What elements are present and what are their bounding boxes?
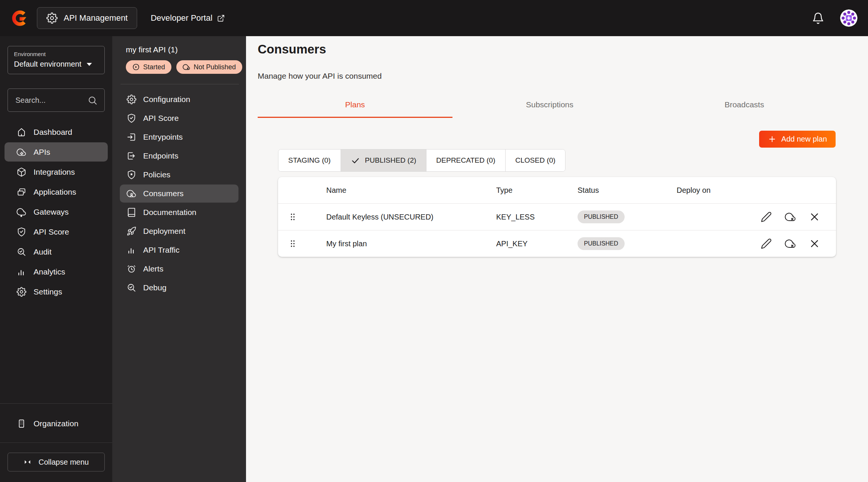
plan-name: My first plan (312, 239, 482, 248)
sidebar-item-apis[interactable]: APIs (5, 142, 108, 162)
main-content: Consumers Manage how your API is consume… (246, 36, 868, 482)
api-menu-label: Alerts (143, 264, 164, 273)
edit-pencil-icon[interactable] (761, 238, 772, 249)
api-menu-item-debug[interactable]: Debug (112, 278, 246, 297)
sidebar-nav: Dashboard APIs Integrations Applications… (0, 122, 112, 302)
api-menu-item-deployment[interactable]: Deployment (112, 222, 246, 241)
filter-deprecated[interactable]: DEPRECATED (0) (426, 149, 506, 171)
filter-closed[interactable]: CLOSED (0) (506, 149, 565, 171)
api-menu-label: Configuration (143, 95, 190, 104)
status-badge: PUBLISHED (578, 210, 625, 223)
sidebar-item-gateways[interactable]: Gateways (0, 202, 112, 222)
filter-label: CLOSED (0) (515, 156, 556, 165)
sidebar-item-label: Gateways (34, 207, 69, 217)
api-menu-item-api-traffic[interactable]: API Traffic (112, 241, 246, 259)
column-header-type: Type (482, 186, 563, 195)
divider (121, 84, 239, 84)
check-icon (351, 156, 360, 165)
table-row[interactable]: My first plan API_KEY PUBLISHED (278, 230, 836, 257)
drag-handle-icon[interactable] (288, 239, 298, 249)
search-input[interactable] (15, 96, 84, 105)
tab-broadcasts[interactable]: Broadcasts (647, 97, 842, 118)
sidebar-item-label: API Score (34, 227, 69, 236)
environment-selector[interactable]: Environment Default environment (8, 46, 105, 74)
sidebar-item-dashboard[interactable]: Dashboard (0, 122, 112, 142)
api-menu-item-api-score[interactable]: API Score (112, 109, 246, 128)
api-state-badge-not-published: Not Published (176, 60, 242, 74)
gravitee-logo[interactable] (11, 9, 28, 27)
tab-subscriptions[interactable]: Subscriptions (452, 97, 647, 118)
table-header: Name Type Status Deploy on (278, 177, 836, 203)
filter-label: DEPRECATED (0) (436, 156, 495, 165)
arrow-into-box-icon (127, 132, 136, 142)
sidebar-item-label: APIs (34, 148, 50, 157)
notifications-bell-icon[interactable] (812, 12, 824, 24)
consumers-tabs: Plans Subscriptions Broadcasts (258, 97, 842, 118)
cloud-gear-icon (17, 147, 26, 157)
alarm-clock-icon (127, 264, 136, 274)
sidebar-item-organization[interactable]: Organization (0, 413, 112, 433)
filter-label: PUBLISHED (2) (365, 156, 416, 165)
plan-status-filter-group: STAGING (0) PUBLISHED (2) DEPRECATED (0)… (278, 149, 565, 172)
divider (0, 442, 112, 443)
api-menu-item-entrypoints[interactable]: Entrypoints (112, 128, 246, 146)
shield-check-icon (17, 227, 26, 237)
api-menu-label: Deployment (143, 227, 185, 236)
app-switcher-button[interactable]: API Management (37, 7, 137, 29)
plan-type: API_KEY (482, 239, 563, 248)
sidebar-search[interactable] (8, 88, 105, 112)
cloud-node-icon (17, 207, 26, 217)
api-state-badge-started: Started (126, 60, 171, 74)
api-menu-item-documentation[interactable]: Documentation (112, 203, 246, 222)
rocket-icon (127, 226, 136, 236)
sidebar-item-label: Settings (34, 287, 62, 296)
page-subtitle: Manage how your API is consumed (258, 72, 382, 81)
api-menu-item-configuration[interactable]: Configuration (112, 90, 246, 109)
environment-label: Environment (14, 51, 98, 57)
edit-pencil-icon[interactable] (761, 211, 772, 223)
collapse-menu-button[interactable]: Collapse menu (8, 453, 105, 471)
applications-icon (17, 187, 26, 197)
bar-chart-icon (17, 267, 26, 277)
sidebar-item-analytics[interactable]: Analytics (0, 262, 112, 282)
filter-staging[interactable]: STAGING (0) (278, 149, 341, 171)
api-menu-item-alerts[interactable]: Alerts (112, 259, 246, 278)
sidebar-item-applications[interactable]: Applications (0, 182, 112, 202)
book-icon (127, 207, 136, 217)
api-menu-item-policies[interactable]: Policies (112, 165, 246, 184)
api-menu-item-consumers[interactable]: Consumers (120, 185, 238, 203)
sidebar-item-api-score[interactable]: API Score (0, 222, 112, 242)
filter-published[interactable]: PUBLISHED (2) (341, 149, 426, 171)
box-arrow-out-icon (127, 151, 136, 161)
bar-chart-icon (127, 245, 136, 255)
user-avatar[interactable] (840, 9, 857, 27)
api-sidebar: my first API (1) Started Not Published C… (112, 36, 246, 482)
sidebar-item-audit[interactable]: Audit (0, 242, 112, 262)
sidebar-item-label: Analytics (34, 267, 65, 276)
sidebar-item-label: Organization (34, 419, 78, 428)
developer-portal-label: Developer Portal (151, 13, 212, 23)
home-icon (17, 127, 26, 137)
plus-icon (768, 135, 776, 143)
close-icon[interactable] (809, 211, 820, 223)
search-icon[interactable] (87, 95, 98, 105)
api-menu-label: Debug (143, 283, 167, 292)
top-bar: API Management Developer Portal (0, 0, 868, 36)
table-row[interactable]: Default Keyless (UNSECURED) KEY_LESS PUB… (278, 203, 836, 230)
column-header-deploy-on: Deploy on (662, 186, 756, 195)
badge-label: Not Published (194, 63, 236, 71)
api-title: my first API (1) (126, 45, 246, 54)
unpublish-cloud-x-icon[interactable] (785, 238, 796, 249)
sidebar-item-integrations[interactable]: Integrations (0, 162, 112, 182)
unpublish-cloud-x-icon[interactable] (785, 211, 796, 223)
column-header-status: Status (563, 186, 662, 195)
drag-handle-icon[interactable] (288, 212, 298, 222)
add-new-plan-button[interactable]: Add new plan (759, 131, 836, 148)
add-new-plan-label: Add new plan (781, 135, 827, 143)
api-menu-item-endpoints[interactable]: Endpoints (112, 146, 246, 165)
collapse-icon (23, 458, 32, 466)
tab-plans[interactable]: Plans (258, 97, 452, 118)
developer-portal-link[interactable]: Developer Portal (151, 13, 225, 23)
sidebar-item-settings[interactable]: Settings (0, 282, 112, 302)
close-icon[interactable] (809, 238, 820, 249)
